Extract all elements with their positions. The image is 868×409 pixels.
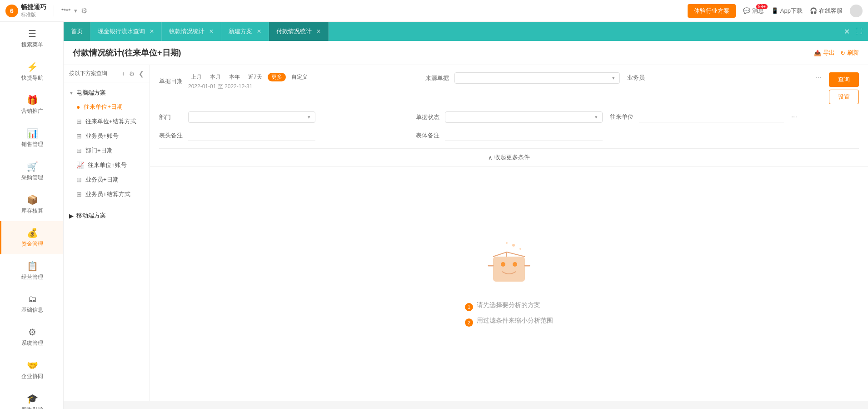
panel-collapse-icon[interactable]: ❮ [139, 70, 144, 77]
add-scheme-icon[interactable]: + [122, 70, 125, 77]
date-btn-last-month[interactable]: 上月 [188, 72, 205, 82]
scheme-item-dept-date[interactable]: ⊞ 部门+日期 [64, 143, 150, 158]
partner-dots[interactable]: ··· [791, 113, 797, 121]
mobile-scheme-group-title[interactable]: ▶ 移动端方案 [64, 209, 150, 222]
tab-collection-stats-close[interactable]: ✕ [209, 28, 214, 35]
sidebar-item-label: 经营管理 [21, 273, 43, 281]
purchase-icon: 🛒 [27, 161, 38, 172]
date-btn-this-year[interactable]: 本年 [226, 72, 243, 82]
date-btn-this-month[interactable]: 本月 [207, 72, 224, 82]
sidebar-item-guide[interactable]: 🎓 新手引导 [0, 387, 63, 409]
refresh-button[interactable]: ↻ 刷新 [840, 49, 859, 57]
scheme-item-partner-date[interactable]: ● 往来单位+日期 [64, 100, 150, 114]
page-content: 付款情况统计(往来单位+日期) 📤 导出 ↻ 刷新 [64, 41, 868, 409]
sidebar-item-enterprise[interactable]: 🤝 企业协同 [0, 353, 63, 387]
svg-point-1 [501, 262, 505, 267]
tab-expand-icon[interactable]: ⛶ [855, 27, 863, 35]
mobile-group-label: 移动端方案 [76, 212, 106, 220]
salesman-input[interactable] [656, 72, 808, 83]
scheme-item-label: 部门+日期 [85, 146, 113, 155]
scheme-item-salesman-settle[interactable]: ⊞ 业务员+结算方式 [64, 187, 150, 202]
filter-row-2: 部门 ▾ 单据状态 [159, 111, 859, 123]
sidebar-item-sales[interactable]: 📊 销售管理 [0, 121, 63, 155]
date-btn-7days[interactable]: 近7天 [245, 72, 265, 82]
sidebar-item-purchase[interactable]: 🛒 采购管理 [0, 155, 63, 188]
sidebar-item-system[interactable]: ⚙ 系统管理 [0, 320, 63, 353]
partner-account-icon: 📈 [76, 162, 84, 169]
right-content: 单据日期 上月 本月 本年 近7天 更多 自定义 [150, 65, 868, 401]
header-divider [54, 5, 54, 16]
sidebar-item-label: 快捷导航 [21, 74, 43, 82]
source-select[interactable]: ▾ [454, 72, 620, 84]
doc-status-label: 单据状态 [416, 113, 441, 121]
tab-bank-flow-close[interactable]: ✕ [150, 28, 154, 35]
date-btn-more[interactable]: 更多 [268, 73, 286, 81]
salesman-dots[interactable]: ··· [816, 74, 822, 82]
svg-point-7 [506, 242, 508, 244]
scheme-settings-icon[interactable]: ⚙ [129, 70, 135, 77]
doc-status-select[interactable]: ▾ [445, 111, 603, 123]
sidebar-item-inventory[interactable]: 📦 库存核算 [0, 188, 63, 221]
source-select-arrow: ▾ [612, 75, 615, 81]
tab-collection-stats[interactable]: 收款情况统计 ✕ [162, 22, 221, 41]
note-body-label: 表体备注 [416, 131, 441, 140]
sidebar-item-label: 新手引导 [21, 406, 43, 409]
sidebar-item-quick-nav[interactable]: ⚡ 快捷导航 [0, 55, 63, 88]
export-button[interactable]: 📤 导出 [814, 49, 835, 57]
sidebar-item-label: 库存核算 [21, 207, 43, 215]
app-icon: 📱 [771, 7, 778, 14]
query-button[interactable]: 查询 [829, 72, 859, 87]
scheme-item-label: 往来单位+日期 [84, 103, 123, 111]
logo-text: 畅捷通巧 [21, 3, 46, 11]
dropdown-icon[interactable]: ▾ [74, 7, 77, 14]
settings-icon[interactable]: ⚙ [81, 6, 87, 15]
tab-home[interactable]: 首页 [64, 22, 90, 41]
filter-area: 单据日期 上月 本月 本年 近7天 更多 自定义 [150, 65, 868, 166]
scheme-item-salesman-account[interactable]: ⊞ 业务员+账号 [64, 129, 150, 143]
workspace-name: **** [61, 7, 70, 14]
sidebar-item-capital[interactable]: 💰 资金管理 [0, 221, 63, 254]
tab-new-scheme[interactable]: 新建方案 ✕ [221, 22, 269, 41]
tab-bank-flow[interactable]: 现金银行流水查询 ✕ [90, 22, 162, 41]
date-btn-custom[interactable]: 自定义 [289, 72, 310, 82]
sales-icon: 📊 [27, 128, 38, 139]
sidebar-item-marketing[interactable]: 🎁 营销推广 [0, 88, 63, 121]
desktop-group-arrow: ▼ [69, 91, 74, 96]
tab-new-scheme-close[interactable]: ✕ [257, 28, 261, 35]
partner-input[interactable] [639, 111, 783, 122]
tab-payment-stats-close[interactable]: ✕ [316, 28, 321, 35]
sidebar-item-search-menu[interactable]: ☰ 搜索菜单 [0, 22, 63, 55]
scheme-item-partner-settle[interactable]: ⊞ 往来单位+结算方式 [64, 114, 150, 129]
filter-date-item: 单据日期 上月 本月 本年 近7天 更多 自定义 [159, 72, 418, 91]
setting-button[interactable]: 设置 [829, 90, 859, 104]
tab-bar-end: ✕ ⛶ [838, 22, 868, 41]
tab-payment-stats[interactable]: 付款情况统计 ✕ [269, 22, 329, 41]
scheme-item-partner-account[interactable]: 📈 往来单位+账号 [64, 158, 150, 172]
sidebar-item-basic-info[interactable]: 🗂 基础信息 [0, 288, 63, 320]
desktop-scheme-group-title[interactable]: ▼ 电脑端方案 [64, 86, 150, 100]
note-head-input[interactable] [188, 130, 315, 141]
inventory-icon: 📦 [27, 194, 38, 205]
sidebar-item-operation[interactable]: 📋 经营管理 [0, 254, 63, 288]
message-action[interactable]: 💬 消息 99+ [743, 7, 764, 15]
refresh-icon: ↻ [840, 50, 845, 56]
dept-select[interactable]: ▾ [188, 111, 315, 123]
tab-close-all-icon[interactable]: ✕ [844, 27, 850, 36]
refresh-label: 刷新 [847, 49, 859, 57]
user-avatar[interactable] [850, 5, 863, 17]
desktop-scheme-group: ▼ 电脑端方案 ● 往来单位+日期 ⊞ 往来单位+结算方式 ⊞ [64, 82, 150, 205]
top-header: 6 畅捷通巧 标准版 **** ▾ ⚙ 体验行业方案 💬 消息 99+ 📱 Ap… [0, 0, 868, 22]
filter-note-head-item: 表头备注 [159, 130, 409, 141]
svg-point-6 [519, 248, 521, 250]
collapse-bar: ∧ 收起更多条件 [159, 148, 859, 166]
sidebar-item-label: 营销推广 [21, 107, 43, 115]
online-service-action[interactable]: 🎧 在线客服 [810, 7, 843, 15]
filter-source-item: 来源单据 ▾ [425, 72, 620, 84]
app-download-action[interactable]: 📱 App下载 [771, 7, 803, 15]
trial-button[interactable]: 体验行业方案 [688, 4, 736, 18]
empty-hint-1-row: 1 请先选择要分析的方案 [465, 301, 553, 313]
collapse-button[interactable]: ∧ 收起更多条件 [488, 153, 530, 162]
partner-settle-icon: ⊞ [76, 118, 82, 125]
note-body-input[interactable] [445, 130, 603, 141]
scheme-item-salesman-date[interactable]: ⊞ 业务员+日期 [64, 172, 150, 187]
